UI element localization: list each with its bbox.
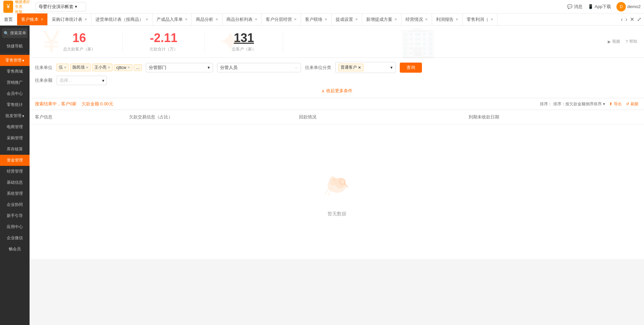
filter-row-1: 往来单位 伍 ✕ 陈民强 ✕ 王小亮 ✕ cjttcw (35, 62, 639, 73)
refresh-button[interactable]: ↺ 刷新 (626, 101, 639, 107)
sidebar-item-retail-mall[interactable]: 零售商城 (0, 66, 30, 77)
export-icon: ⬆ (609, 102, 612, 106)
empty-icon (320, 167, 354, 207)
sidebar-item-enterprise-coop[interactable]: 企业协同 (0, 199, 30, 210)
close-tab-customer-contact[interactable]: ✕ (325, 17, 327, 21)
tab-profit-report[interactable]: 利润报告 ✕ (432, 13, 463, 26)
sidebar-item-marketing[interactable]: 营销推广 (0, 77, 30, 88)
sidebar-item-member-center[interactable]: 会员中心 (0, 88, 30, 99)
category-select[interactable]: 普通客户 ✕ ▾ (335, 62, 396, 73)
remove-tag-wu[interactable]: ✕ (64, 66, 67, 69)
collapse-button[interactable]: ∧ 收起更多条件 (321, 88, 352, 94)
tab-customer-contact[interactable]: 客户联络 ✕ (301, 13, 332, 26)
top-bar: ¥ 畅捷通好生意 标版 母婴行业演示帐套 ▾ 💬 消息 📱 App下载 D de… (0, 0, 644, 13)
remaining-dropdown[interactable]: 选择... ▾ (56, 76, 107, 85)
close-tab-stock-stats[interactable]: ✕ (145, 17, 148, 21)
sidebar-item-inventory[interactable]: 库存核算 (0, 144, 30, 155)
chevron-up-icon: ∧ (321, 88, 325, 94)
tab-customer-book[interactable]: 客户账本 ✕ (17, 13, 48, 26)
stat1-value: 16 (73, 31, 86, 45)
filter-tag-wu: 伍 ✕ (56, 64, 69, 71)
tab-home[interactable]: 首页 (0, 13, 17, 26)
sidebar-item-retail-stats[interactable]: 零售统计 (0, 99, 30, 110)
close-all-tabs-icon[interactable]: ✕ (630, 16, 634, 23)
remove-tag-chen[interactable]: ✕ (86, 66, 88, 69)
sidebar-item-retail-mgmt[interactable]: 零售管理 ▾ (0, 55, 30, 66)
stat2-bg-icon: ✦ (218, 26, 243, 59)
col-debt-info: 欠款交易信息（占比） (129, 114, 299, 120)
remove-customer-type[interactable]: ✕ (358, 65, 361, 70)
sidebar-item-business-mgmt[interactable]: 经营管理 (0, 166, 30, 177)
sidebar-item-finance-mgmt[interactable]: 资金管理 (0, 155, 30, 166)
filter-area: 往来单位 伍 ✕ 陈民强 ✕ 王小亮 ✕ cjttcw (30, 58, 644, 98)
customer-type-tag: 普通客户 ✕ (338, 64, 363, 71)
next-tabs-icon[interactable]: › (626, 16, 627, 23)
query-button[interactable]: 查询 (400, 63, 422, 73)
sidebar-item-basic-info[interactable]: 基础信息 (0, 177, 30, 188)
tab-customer-segment[interactable]: 客户分层经营 ✕ (262, 13, 301, 26)
refresh-icon: ↺ (626, 102, 629, 106)
sort-select[interactable]: 排序： 排序：按欠款金额倒序排序 ▾ (540, 101, 605, 107)
chevron-down-icon: ▾ (75, 4, 77, 9)
tab-stock-stats[interactable]: 进货单统计表（按商品） ✕ (91, 13, 153, 26)
prev-tabs-icon[interactable]: ‹ (621, 16, 622, 23)
close-tab-customer-book[interactable]: ✕ (41, 17, 43, 21)
sidebar-item-ecommerce[interactable]: 电商管理 (0, 121, 30, 133)
tab-tips-settings[interactable]: 提成设置 ✕ (332, 13, 362, 26)
close-tab-retail-profit[interactable]: ✕ (490, 17, 493, 21)
tab-product-analysis-list[interactable]: 商品分析列表 ✕ (222, 13, 262, 26)
table-area: 客户信息 欠款交易信息（占比） 回款情况 到期未收款日期 (30, 110, 644, 259)
person-select[interactable]: 分管人员 ··· (217, 63, 301, 72)
tab-purchase-order[interactable]: 采购订单统计表 ✕ (48, 13, 91, 26)
col-payment-status: 回款情况 (299, 114, 469, 120)
sidebar-item-system-mgmt[interactable]: 系统管理 (0, 188, 30, 199)
table-body: 暂无数据 (30, 124, 644, 259)
sidebar-item-wholesale-mgmt[interactable]: 批发管理 ▾ (0, 110, 30, 121)
video-link[interactable]: ▶ 视频 (608, 39, 620, 44)
sidebar-item-new-guide[interactable]: 新手引导 (0, 210, 30, 221)
close-tab-product-analysis[interactable]: ✕ (215, 17, 218, 21)
close-tab-profit-report[interactable]: ✕ (456, 17, 458, 21)
expand-tabs-icon[interactable]: ⤢ (637, 16, 641, 23)
remove-tag-cjttcw[interactable]: ✕ (127, 66, 130, 69)
stats-bar-right: ▶ 视频 ? 帮助 (608, 39, 637, 44)
filter-tag-more[interactable]: ... (134, 64, 142, 71)
close-tab-customer-segment[interactable]: ✕ (294, 17, 297, 21)
arrow-icon: ▾ (22, 114, 24, 118)
workspace-selector[interactable]: 母婴行业演示帐套 ▾ (36, 2, 86, 11)
results-bar: 搜索结果中，客户0家 欠款金额 0.00元 排序： 排序：按欠款金额倒序排序 ▾… (30, 98, 644, 110)
tab-product-analysis[interactable]: 商品分析 ✕ (192, 13, 222, 26)
sidebar-item-quick-nav[interactable]: 快捷导航 (0, 41, 30, 52)
tab-operations[interactable]: 经营情况 ✕ (401, 13, 432, 26)
search-menu-button[interactable]: 🔍 搜索菜单 (2, 28, 28, 38)
col-customer-info: 客户信息 (35, 114, 129, 120)
sidebar-item-app-center[interactable]: 应用中心 (0, 221, 30, 232)
sidebar-item-purchase-mgmt[interactable]: 采购管理 (0, 133, 30, 144)
close-tab-new-tips[interactable]: ✕ (394, 17, 397, 21)
chevron-down-icon: ▾ (603, 102, 605, 106)
stat2-value: -2.11 (150, 31, 177, 45)
dept-select[interactable]: 分管部门 ▾ (146, 63, 213, 72)
stat1-bg-icon: ¥ (43, 26, 60, 59)
stat3-item: 131 总客户（家） (205, 31, 283, 52)
close-tab-operations[interactable]: ✕ (425, 17, 428, 21)
results-text: 搜索结果中，客户0家 欠款金额 0.00元 (35, 101, 113, 107)
chevron-down-icon: ▾ (390, 65, 393, 70)
export-button[interactable]: ⬆ 导出 (609, 101, 622, 107)
sidebar-search-area: 🔍 搜索菜单 (0, 26, 30, 41)
sidebar-item-vip-member[interactable]: 畅会员 (0, 244, 30, 255)
tab-product-stock[interactable]: 产成品入库单 ✕ (153, 13, 192, 26)
remove-tag-wang[interactable]: ✕ (108, 66, 110, 69)
close-tab-product-analysis-list[interactable]: ✕ (255, 17, 257, 21)
tab-new-tips[interactable]: 新增提成方案 ✕ (362, 13, 401, 26)
tab-retail-profit[interactable]: 零售利润（ ✕ (463, 13, 498, 26)
message-button[interactable]: 💬 消息 (567, 4, 583, 10)
close-tab-purchase-order[interactable]: ✕ (84, 17, 87, 21)
help-link[interactable]: ? 帮助 (626, 39, 637, 44)
close-tab-product-stock[interactable]: ✕ (185, 17, 187, 21)
sidebar-item-enterprise-wechat[interactable]: 企业微信 (0, 232, 30, 244)
close-tab-tips-settings[interactable]: ✕ (355, 17, 358, 21)
user-menu[interactable]: D demo2 (616, 2, 641, 11)
app-download-button[interactable]: 📱 App下载 (588, 4, 611, 10)
avatar: D (616, 2, 626, 11)
